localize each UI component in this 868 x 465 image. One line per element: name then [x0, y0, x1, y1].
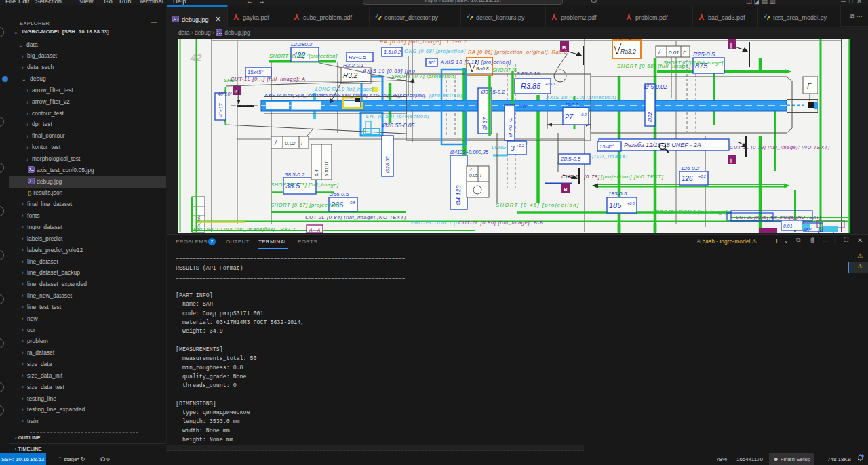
svg-text:R3.2-0.1: R3.2-0.1 — [343, 62, 364, 68]
svg-text:PROJECTIONA [full_image]дох] -: PROJECTIONA [full_image]дох] - Ra3.2 — [193, 226, 296, 232]
svg-text:RA [0 86] [projection_original: RA [0 86] [projection_original]: Ra0.8 — [468, 49, 568, 55]
svg-text:28.5-0.5: 28.5-0.5 — [560, 156, 581, 162]
svg-text:126: 126 — [682, 175, 693, 182]
svg-text:[projection]: [projection] — [429, 92, 462, 98]
svg-text:Ø 40 -0.: Ø 40 -0. — [507, 117, 513, 138]
svg-text:// 0.03 Γ: // 0.03 Γ — [324, 160, 329, 177]
svg-text:Ø-5-0.02: Ø-5-0.02 — [644, 83, 667, 90]
svg-text:SN. [0 59] [projection]: SN. [0 59] [projection] — [366, 113, 429, 119]
svg-text:Ø4123+0.000,35: Ø4123+0.000,35 — [450, 149, 489, 155]
svg-text:[full_image]: [full_image] — [591, 153, 628, 159]
svg-text:AXIS 14 [0.68] S[ull_иотилатио: AXIS 14 [0.68] S[ull_иотилатиоко'S [0ик_… — [264, 92, 426, 98]
svg-text:ONG [0 68] [projection]: ONG [0 68] [projection] — [404, 48, 466, 54]
svg-text:4°+10': 4°+10' — [218, 102, 223, 117]
svg-text:Γ: Γ — [683, 49, 686, 56]
svg-text:CUT-2L [0и86] [full_image] [NO: CUT-2L [0и86] [full_image] [NO TEXT] — [736, 214, 821, 220]
svg-text:6.4: 6.4 — [314, 169, 319, 176]
svg-text:Ø37.5-0.2: Ø37.5-0.2 — [480, 89, 505, 95]
svg-text:Ø 37: Ø 37 — [481, 116, 488, 131]
svg-text:90°: 90° — [428, 60, 435, 66]
svg-text:∥: ∥ — [730, 158, 732, 163]
svg-text:[projection] [NO TEXT]: [projection] [NO TEXT] — [600, 174, 664, 180]
svg-text:185: 185 — [609, 201, 622, 209]
svg-text:Ra3.2: Ra3.2 — [620, 48, 636, 55]
svg-text:+0.10: +0.10 — [545, 82, 555, 86]
svg-text:126-0.2: 126-0.2 — [681, 165, 700, 171]
svg-text:CUT-2L [0 84] [full_image] [NO: CUT-2L [0 84] [full_image] [NO TEXT] — [305, 214, 406, 220]
svg-text:Ra0.8: Ra0.8 — [476, 66, 489, 71]
svg-text:42: 42 — [190, 52, 202, 63]
svg-text:Ø4.123: Ø4.123 — [455, 185, 462, 206]
svg-text:R3.2: R3.2 — [343, 72, 358, 79]
svg-text:R25-0.5: R25-0.5 — [693, 51, 715, 58]
svg-text:CUT-2L [0 86] [full_image]: B-: CUT-2L [0 86] [full_image]: B-B — [458, 220, 543, 226]
svg-text:Резьба 12/16-18 UNEF - 2A: Резьба 12/16-18 UNEF - 2A — [624, 142, 701, 148]
svg-text:и: и — [235, 88, 237, 94]
svg-text:3: 3 — [511, 145, 515, 153]
svg-text:40°10°: 40°10° — [218, 92, 232, 96]
svg-text:+0.2: +0.2 — [698, 174, 706, 178]
svg-text:∥: ∥ — [730, 43, 732, 49]
svg-text:+0.2: +0.2 — [517, 144, 524, 148]
svg-text:SHORT [0 46] [projection]: SHORT [0 46] [projection] — [496, 202, 579, 208]
svg-text:0.05: 0.05 — [469, 173, 478, 178]
svg-text:SHORT [0 57] [projection]: SHORT [0 57] [projection] — [271, 202, 340, 208]
svg-text:27-0.2: 27-0.2 — [564, 102, 578, 107]
svg-text:185-0.5: 185-0.5 — [608, 190, 627, 197]
svg-text:Ø28.55-0.05: Ø28.55-0.05 — [382, 122, 415, 129]
svg-text:+0.5: +0.5 — [348, 201, 356, 205]
svg-text:PROJECTION 1 [full_image]: PROJECTION 1 [full_image] — [656, 209, 728, 215]
svg-text:B: B — [564, 186, 568, 193]
svg-text:27: 27 — [564, 113, 574, 121]
svg-text:Γ: Γ — [301, 140, 304, 146]
svg-text:Ø28.55: Ø28.55 — [384, 156, 391, 174]
svg-text:0.01: 0.01 — [783, 224, 793, 228]
svg-text:SHORT [0 73] [full_image]: SHORT [0 73] [full_image] — [271, 182, 339, 188]
svg-text:L2.2±0.3: L2.2±0.3 — [291, 41, 313, 47]
svg-text:R3.85: R3.85 — [521, 82, 541, 90]
svg-text:↗: ↗ — [469, 167, 473, 171]
svg-text:LONG [0.8.9 [full_image]: LONG [0.8.9 [full_image] — [315, 86, 374, 92]
svg-text:SHORT [0.59] [full_image]: SHORT [0.59] [full_image] — [663, 60, 724, 66]
svg-text:R3÷0.5: R3÷0.5 — [349, 54, 366, 60]
svg-text:LONG: LONG — [492, 144, 506, 150]
svg-text:0.01: 0.01 — [669, 49, 679, 56]
svg-text:266-0.5: 266-0.5 — [330, 191, 349, 197]
svg-text:15x45°: 15x45° — [599, 144, 614, 149]
svg-text:Ø22: Ø22 — [647, 111, 653, 123]
svg-text:Γ: Γ — [807, 82, 812, 90]
svg-text:PROJECTION 1 [f: PROJECTION 1 [f — [411, 220, 458, 226]
svg-text:⧉0º: ⧉0º — [804, 227, 812, 232]
svg-text:CUT-1L [0 78]: CUT-1L [0 78] — [561, 174, 600, 180]
svg-text:AXIS 16 [0.69] [pro: AXIS 16 [0.69] [pro — [362, 68, 415, 74]
svg-text:AXIS 18 [0.11] [projection]: AXIS 18 [0.11] [projection] — [440, 59, 511, 65]
svg-text:A—A: A—A — [309, 228, 321, 232]
svg-text:15x45°: 15x45° — [248, 69, 263, 75]
svg-text:RA [0 39] [full_image]: 1.5±0.: RA [0 39] [full_image]: 1.5±0.2 — [380, 39, 467, 45]
svg-text:+0.5: +0.5 — [627, 201, 635, 205]
svg-text:0.02: 0.02 — [285, 140, 296, 146]
svg-text:+0.2: +0.2 — [579, 113, 587, 117]
svg-text:1.5±0.2: 1.5±0.2 — [384, 49, 401, 55]
svg-text:-0.05: -0.05 — [517, 104, 529, 110]
svg-text:AXIS 19 [0 10] [projection]: AXIS 19 [0 10] [projection] — [545, 94, 616, 100]
svg-text:38.5-0.2: 38.5-0.2 — [285, 171, 305, 178]
svg-text:SHORT [0 38] ¹[projection]: SHORT [0 38] ¹[projection] — [269, 53, 338, 59]
